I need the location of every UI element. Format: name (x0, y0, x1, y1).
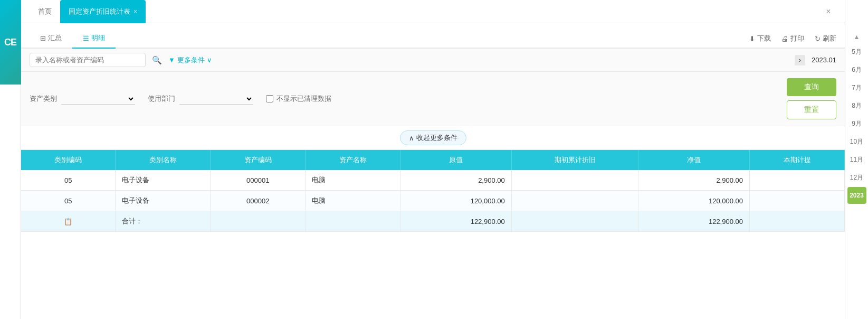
more-conditions-label: 更多条件 (177, 55, 205, 65)
download-icon: ⬇ (749, 35, 755, 43)
month-12[interactable]: 12月 (847, 169, 866, 186)
cell-category-name: 电子设备 (116, 191, 211, 211)
department-group: 使用部门 (148, 93, 253, 105)
col-header-original-value: 原值 (400, 150, 512, 170)
cell-original-value: 120,000.00 (400, 191, 512, 211)
col-header-asset-name: 资产名称 (306, 150, 400, 170)
filter-buttons: 查询 重置 (787, 78, 836, 119)
sub-tab-bar: ⊞ 汇总 ☰ 明细 ⬇ 下载 🖨 打印 ↻ 刷新 (21, 23, 845, 49)
month-5[interactable]: 5月 (847, 43, 866, 60)
collapse-button[interactable]: ∧ 收起更多条件 (400, 130, 466, 145)
tab-summary[interactable]: ⊞ 汇总 (30, 29, 72, 49)
total-original-value: 122,900.00 (400, 211, 512, 232)
col-header-category-code: 类别编码 (21, 150, 116, 170)
department-label: 使用部门 (148, 94, 175, 104)
detail-icon: ☰ (83, 34, 89, 42)
hide-cleared-label: 不显示已清理数据 (276, 94, 331, 104)
tab-detail[interactable]: ☰ 明细 (72, 29, 116, 49)
sidebar: CE (0, 0, 21, 319)
asset-category-group: 资产类别 (30, 93, 135, 105)
total-net-value: 122,900.00 (638, 211, 750, 232)
tab-summary-label: 汇总 (48, 33, 62, 43)
cell-category-name: 电子设备 (116, 170, 211, 191)
month-6[interactable]: 6月 (847, 61, 866, 78)
tab-close-icon[interactable]: × (133, 0, 137, 23)
total-label: 合计： (116, 211, 211, 232)
cell-original-value: 2,900.00 (400, 170, 512, 191)
col-header-asset-code: 资产编码 (211, 150, 306, 170)
col-header-net-value: 净值 (638, 150, 750, 170)
advanced-filter: 资产类别 使用部门 不显示已清理数据 查询 重置 (21, 72, 845, 126)
collapse-icon: ∧ (409, 134, 414, 142)
query-button[interactable]: 查询 (787, 78, 836, 96)
total-icon-cell: 📋 (21, 211, 116, 232)
cell-asset-code: 000001 (211, 170, 306, 191)
more-conditions-button[interactable]: ▼ 更多条件 ∨ (168, 55, 212, 65)
table-row: 05 电子设备 000001 电脑 2,900.00 2,900.00 (21, 170, 845, 191)
cell-category-code: 05 (21, 170, 116, 191)
year-badge[interactable]: 2023 (847, 187, 866, 204)
cell-net-value: 2,900.00 (638, 170, 750, 191)
hide-cleared-checkbox[interactable] (266, 95, 273, 102)
total-row: 📋 合计： 122,900.00 122,900.00 (21, 211, 845, 232)
content-area: ⊞ 汇总 ☰ 明细 ⬇ 下载 🖨 打印 ↻ 刷新 (21, 23, 845, 319)
data-table: 类别编码 类别名称 资产编码 资产名称 原值 期初累计折旧 净值 本期计提 05 (21, 150, 845, 232)
month-11[interactable]: 11月 (847, 151, 866, 168)
tab-active[interactable]: 固定资产折旧统计表 × (60, 0, 146, 23)
table-wrapper: 类别编码 类别名称 资产编码 资产名称 原值 期初累计折旧 净值 本期计提 05 (21, 150, 845, 319)
window-close-button[interactable]: × (821, 4, 836, 20)
cell-category-code: 05 (21, 191, 116, 211)
month-8[interactable]: 8月 (847, 97, 866, 114)
right-sidebar: ▲ 5月 6月 7月 8月 9月 10月 11月 12月 2023 (845, 0, 868, 319)
refresh-label: 刷新 (823, 34, 836, 43)
month-9[interactable]: 9月 (847, 115, 866, 132)
total-current-depreciation (750, 211, 845, 232)
asset-category-select[interactable] (61, 93, 135, 105)
tab-home[interactable]: 首页 (30, 0, 60, 23)
search-input[interactable] (30, 53, 146, 67)
department-select[interactable] (179, 93, 253, 105)
cell-accum-depreciation (511, 170, 638, 191)
logo-text: CE (4, 37, 16, 48)
filter-icon: ▼ (168, 56, 175, 64)
filter-bar: 🔍 ▼ 更多条件 ∨ › 2023.01 (21, 49, 845, 72)
table-row: 05 电子设备 000002 电脑 120,000.00 120,000.00 (21, 191, 845, 211)
hide-cleared-group: 不显示已清理数据 (266, 94, 331, 104)
print-button[interactable]: 🖨 打印 (781, 34, 804, 43)
col-header-accum-depreciation: 期初累计折旧 (511, 150, 638, 170)
cell-accum-depreciation (511, 191, 638, 211)
total-accum-depreciation (511, 211, 638, 232)
collapse-label: 收起更多条件 (416, 133, 457, 143)
download-button[interactable]: ⬇ 下载 (749, 34, 771, 43)
cell-current-depreciation (750, 191, 845, 211)
month-10[interactable]: 10月 (847, 133, 866, 150)
cell-net-value: 120,000.00 (638, 191, 750, 211)
summary-icon: ⊞ (40, 34, 46, 42)
cell-asset-code: 000002 (211, 191, 306, 211)
col-header-current-depreciation: 本期计提 (750, 150, 845, 170)
tab-detail-label: 明细 (91, 33, 105, 43)
main-area: 首页 固定资产折旧统计表 × × ⊞ 汇总 ☰ 明细 ⬇ 下载 (21, 0, 845, 319)
tab-bar: 首页 固定资产折旧统计表 × × (21, 0, 845, 23)
total-empty-1 (211, 211, 306, 232)
current-date: 2023.01 (812, 56, 836, 64)
date-nav-prev[interactable]: › (795, 55, 805, 65)
print-label: 打印 (790, 34, 804, 43)
asset-category-label: 资产类别 (30, 94, 57, 104)
month-7[interactable]: 7月 (847, 79, 866, 96)
month-scroll-up[interactable]: ▲ (847, 32, 866, 42)
download-label: 下载 (757, 34, 771, 43)
reset-button[interactable]: 重置 (787, 100, 836, 119)
refresh-button[interactable]: ↻ 刷新 (815, 34, 836, 43)
total-empty-2 (306, 211, 400, 232)
table-header-row: 类别编码 类别名称 资产编码 资产名称 原值 期初累计折旧 净值 本期计提 (21, 150, 845, 170)
sub-tab-actions: ⬇ 下载 🖨 打印 ↻ 刷新 (749, 34, 836, 48)
cell-asset-name: 电脑 (306, 170, 400, 191)
cell-asset-name: 电脑 (306, 191, 400, 211)
logo: CE (0, 0, 21, 85)
refresh-icon: ↻ (815, 35, 821, 43)
col-header-category-name: 类别名称 (116, 150, 211, 170)
total-icon: 📋 (64, 218, 72, 226)
cell-current-depreciation (750, 170, 845, 191)
search-icon[interactable]: 🔍 (152, 55, 162, 65)
